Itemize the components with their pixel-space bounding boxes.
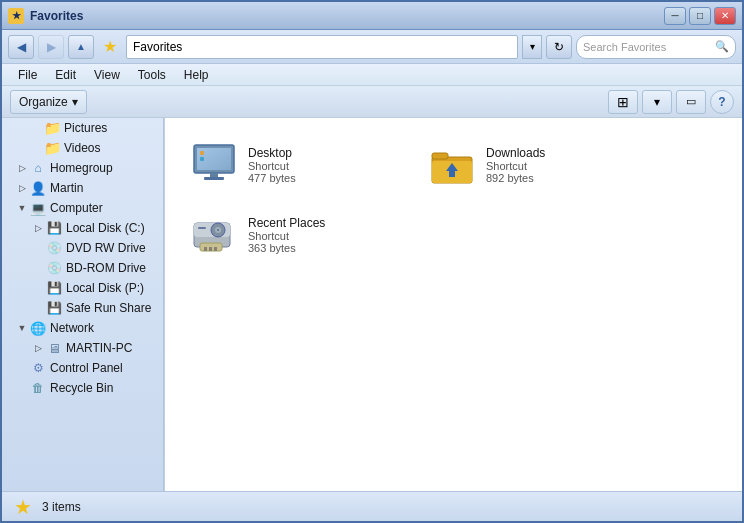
recent-places-file-info: Recent Places Shortcut 363 bytes [248, 216, 325, 254]
expand-icon-videos [30, 142, 42, 154]
file-item-desktop[interactable]: Desktop Shortcut 477 bytes [181, 134, 411, 196]
sidebar-label-homegroup: Homegroup [50, 161, 113, 175]
svg-rect-18 [204, 247, 207, 251]
homegroup-icon: ⌂ [30, 160, 46, 176]
sidebar-item-pictures[interactable]: 📁 Pictures [2, 118, 163, 138]
drive-icon-c: 💾 [46, 220, 62, 236]
maximize-button[interactable]: □ [689, 7, 711, 25]
expand-icon-bd [32, 262, 44, 274]
recent-places-file-type: Shortcut [248, 230, 325, 242]
minimize-button[interactable]: ─ [664, 7, 686, 25]
svg-rect-8 [432, 153, 448, 159]
search-box[interactable]: Search Favorites 🔍 [576, 35, 736, 59]
menu-tools[interactable]: Tools [130, 66, 174, 84]
recycle-bin-icon: 🗑 [30, 380, 46, 396]
close-button[interactable]: ✕ [714, 7, 736, 25]
downloads-file-name: Downloads [486, 146, 545, 160]
svg-rect-6 [200, 157, 204, 161]
drive-icon-dvd: 💿 [46, 240, 62, 256]
desktop-file-name: Desktop [248, 146, 296, 160]
sidebar-item-bd-rom[interactable]: 💿 BD-ROM Drive [2, 258, 163, 278]
sidebar-label-computer: Computer [50, 201, 103, 215]
toolbar-right: ⊞ ▾ ▭ ? [608, 90, 734, 114]
user-icon-martin: 👤 [30, 180, 46, 196]
control-panel-icon: ⚙ [30, 360, 46, 376]
expand-icon-martin: ▷ [16, 182, 28, 194]
expand-icon-local-disk-c: ▷ [32, 222, 44, 234]
sidebar-item-videos[interactable]: 📁 Videos [2, 138, 163, 158]
file-item-downloads[interactable]: Downloads Shortcut 892 bytes [419, 134, 649, 196]
sidebar-item-martin-pc[interactable]: ▷ 🖥 MARTIN-PC [2, 338, 163, 358]
preview-pane-button[interactable]: ▭ [676, 90, 706, 114]
sidebar-item-martin[interactable]: ▷ 👤 Martin [2, 178, 163, 198]
sidebar-item-recycle-bin[interactable]: 🗑 Recycle Bin [2, 378, 163, 398]
svg-rect-16 [198, 227, 206, 229]
refresh-button[interactable]: ↻ [546, 35, 572, 59]
svg-rect-20 [214, 247, 217, 251]
expand-icon-computer: ▼ [16, 202, 28, 214]
expand-icon-network: ▼ [16, 322, 28, 334]
organize-button[interactable]: Organize ▾ [10, 90, 87, 114]
sidebar-label-martin: Martin [50, 181, 83, 195]
address-dropdown-button[interactable]: ▾ [522, 35, 542, 59]
title-bar-left: ★ Favorites [8, 8, 83, 24]
forward-button[interactable]: ▶ [38, 35, 64, 59]
address-input[interactable]: Favorites [126, 35, 518, 59]
expand-icon-homegroup: ▷ [16, 162, 28, 174]
help-button[interactable]: ? [710, 90, 734, 114]
organize-label: Organize [19, 95, 68, 109]
sidebar-label-control-panel: Control Panel [50, 361, 123, 375]
search-icon: 🔍 [715, 40, 729, 53]
desktop-file-icon [190, 141, 238, 189]
svg-rect-5 [200, 151, 204, 155]
sidebar-item-local-disk-p[interactable]: 💾 Local Disk (P:) [2, 278, 163, 298]
view-dropdown-button[interactable]: ▾ [642, 90, 672, 114]
status-bar: ★ 3 items [2, 491, 742, 521]
status-star-icon: ★ [14, 495, 32, 519]
sidebar-item-control-panel[interactable]: ⚙ Control Panel [2, 358, 163, 378]
downloads-file-size: 892 bytes [486, 172, 545, 184]
drive-icon-safe-run: 💾 [46, 300, 62, 316]
up-button[interactable]: ▲ [68, 35, 94, 59]
folder-icon-pictures: 📁 [44, 120, 60, 136]
downloads-file-icon [428, 141, 476, 189]
svg-point-15 [217, 229, 219, 231]
drive-icon-p: 💾 [46, 280, 62, 296]
menu-help[interactable]: Help [176, 66, 217, 84]
sidebar-label-local-disk-c: Local Disk (C:) [66, 221, 145, 235]
address-text: Favorites [133, 40, 182, 54]
expand-icon-dvd [32, 242, 44, 254]
folder-icon-videos: 📁 [44, 140, 60, 156]
address-bar: ◀ ▶ ▲ ★ Favorites ▾ ↻ Search Favorites 🔍 [2, 30, 742, 64]
recent-places-file-name: Recent Places [248, 216, 325, 230]
back-button[interactable]: ◀ [8, 35, 34, 59]
sidebar-item-local-disk-c[interactable]: ▷ 💾 Local Disk (C:) [2, 218, 163, 238]
menu-bar: File Edit View Tools Help [2, 64, 742, 86]
menu-file[interactable]: File [10, 66, 45, 84]
desktop-file-info: Desktop Shortcut 477 bytes [248, 146, 296, 184]
sidebar-item-dvd-rw[interactable]: 💿 DVD RW Drive [2, 238, 163, 258]
sidebar-item-computer[interactable]: ▼ 💻 Computer [2, 198, 163, 218]
menu-edit[interactable]: Edit [47, 66, 84, 84]
sidebar-label-dvd: DVD RW Drive [66, 241, 146, 255]
network-icon: 🌐 [30, 320, 46, 336]
toolbar: Organize ▾ ⊞ ▾ ▭ ? [2, 86, 742, 118]
sidebar: 📁 Pictures 📁 Videos ▷ ⌂ Homegroup ▷ 👤 Ma… [2, 118, 164, 491]
sidebar-label-bd: BD-ROM Drive [66, 261, 146, 275]
sidebar-item-safe-run[interactable]: 💾 Safe Run Share [2, 298, 163, 318]
search-placeholder: Search Favorites [583, 41, 711, 53]
sidebar-label-network: Network [50, 321, 94, 335]
menu-view[interactable]: View [86, 66, 128, 84]
view-button[interactable]: ⊞ [608, 90, 638, 114]
favorites-star-icon: ★ [98, 35, 122, 59]
status-count: 3 items [42, 500, 81, 514]
file-item-recent-places[interactable]: Recent Places Shortcut 363 bytes [181, 204, 411, 266]
organize-arrow-icon: ▾ [72, 95, 78, 109]
downloads-file-type: Shortcut [486, 160, 545, 172]
recent-places-file-size: 363 bytes [248, 242, 325, 254]
sidebar-item-network[interactable]: ▼ 🌐 Network [2, 318, 163, 338]
svg-rect-19 [209, 247, 212, 251]
sidebar-label-safe-run: Safe Run Share [66, 301, 151, 315]
sidebar-item-homegroup[interactable]: ▷ ⌂ Homegroup [2, 158, 163, 178]
sidebar-label-local-disk-p: Local Disk (P:) [66, 281, 144, 295]
